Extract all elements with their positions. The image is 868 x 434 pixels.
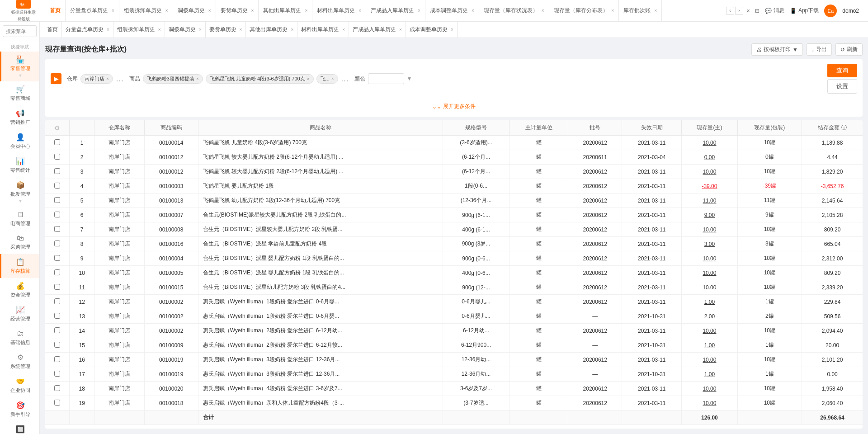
tab-qita[interactable]: 其他出库单历史 × <box>259 0 312 22</box>
product-tag1-delete-icon[interactable]: × <box>196 76 199 81</box>
close-icon[interactable]: × <box>112 8 114 13</box>
warehouse-tag-nananjimen[interactable]: 南岸门店 × <box>80 74 113 84</box>
sidebar-item-yingxiao[interactable]: 📢 营销推广 <box>0 105 39 129</box>
sidebar-item-xinshouyindao[interactable]: 🎯 新手引导 <box>0 397 39 421</box>
row-check[interactable] <box>45 222 70 237</box>
sidebar-item-zijinguan[interactable]: 💰 资金管理 <box>0 278 39 302</box>
row-checkbox[interactable] <box>54 212 60 217</box>
tab-prev-arrow[interactable]: ‹ <box>726 7 734 15</box>
color-filter-input[interactable] <box>368 73 404 84</box>
second-tab-qitachu[interactable]: 其他出库单历史 × <box>246 22 297 38</box>
settings-icon[interactable]: ⚙ <box>54 124 60 132</box>
query-button[interactable]: 查询 <box>827 64 857 77</box>
expand-more-button[interactable]: ⌄⌄ 展开更多条件 <box>427 101 481 112</box>
row-check[interactable] <box>45 237 70 251</box>
row-checkbox[interactable] <box>54 284 60 290</box>
tab-kucunpici[interactable]: 库存批次账 × <box>619 0 662 22</box>
row-checkbox[interactable] <box>54 241 60 246</box>
sidebar-item-qiyexietong[interactable]: 🤝 企业协同 <box>0 373 39 397</box>
row-check[interactable] <box>45 251 70 266</box>
row-check[interactable] <box>45 295 70 309</box>
row-check[interactable] <box>45 179 70 193</box>
close-icon[interactable]: × <box>107 27 109 32</box>
tab-zuzhangchaijian[interactable]: 组装拆卸单历史 × <box>119 0 173 22</box>
close-icon[interactable]: × <box>542 8 544 13</box>
app-download-button[interactable]: 📱 App下载 <box>790 7 819 14</box>
tab-next-arrow[interactable]: › <box>735 7 743 15</box>
row-check[interactable] <box>45 208 70 222</box>
tab-xiancunliang-fenbu[interactable]: 现存量（库存分布表）× <box>549 0 619 22</box>
sidebar-item-yingyongzhongxin[interactable]: 🔲 应用中心 <box>0 421 39 434</box>
sidebar-item-jingyingguan[interactable]: 📈 经营管理 <box>0 302 39 326</box>
second-tab-fenliang[interactable]: 分量盘点单历史 × <box>62 22 113 38</box>
tab-diaobo[interactable]: 调拨单历史 × <box>173 0 216 22</box>
row-check[interactable] <box>45 367 70 382</box>
row-checkbox[interactable] <box>54 183 60 189</box>
sidebar-item-lingshoushanchen[interactable]: 🛒 零售商城 <box>0 81 39 105</box>
row-check[interactable] <box>45 150 70 165</box>
close-icon[interactable]: × <box>451 27 453 32</box>
row-check[interactable] <box>45 165 70 179</box>
second-tab-cailiao[interactable]: 材料出库单历史 × <box>297 22 349 38</box>
row-checkbox[interactable] <box>54 298 60 304</box>
row-checkbox[interactable] <box>54 327 60 333</box>
row-checkbox[interactable] <box>54 226 60 232</box>
refresh-button[interactable]: ↺ 刷新 <box>835 43 863 56</box>
product-tag-2[interactable]: 飞鹤星飞帆 儿童奶粉 4段(3-6岁适用) 700克 × <box>206 74 314 84</box>
second-tab-yaohuo[interactable]: 要货单历史 × <box>206 22 246 38</box>
product-tag3-delete-icon[interactable]: × <box>331 76 334 81</box>
row-checkbox[interactable] <box>54 255 60 261</box>
username[interactable]: demo2 <box>842 8 859 14</box>
warehouse-tag-delete-icon[interactable]: × <box>106 76 109 81</box>
row-check[interactable] <box>45 136 70 150</box>
second-tab-diaopo[interactable]: 调拨单历史 × <box>165 22 206 38</box>
export-button[interactable]: ↓ 导出 <box>807 43 832 56</box>
row-checkbox[interactable] <box>54 154 60 160</box>
sidebar-item-jichuxx[interactable]: 🗂 基础信息 <box>0 326 39 349</box>
sidebar-item-caigouguan[interactable]: 🛍 采购管理 <box>0 231 39 254</box>
sidebar-item-kucunhesuan[interactable]: 📋 库存核算 <box>0 254 39 278</box>
row-check[interactable] <box>45 280 70 295</box>
row-checkbox[interactable] <box>54 269 60 275</box>
close-icon[interactable]: × <box>359 8 361 13</box>
tab-chanchenpin[interactable]: 产成品入库单历史 × <box>366 0 425 22</box>
close-icon[interactable]: × <box>305 8 307 13</box>
color-dropdown-icon[interactable]: ▼ <box>407 75 412 82</box>
close-icon[interactable]: × <box>342 27 345 32</box>
row-check[interactable] <box>45 193 70 208</box>
row-checkbox[interactable] <box>54 356 60 362</box>
product-tag-1[interactable]: 飞鹤奶粉3段四罐提装 × <box>143 74 203 84</box>
tab-cailiao[interactable]: 材料出库单历史 × <box>312 0 366 22</box>
row-checkbox[interactable] <box>54 371 60 377</box>
sidebar-item-huiyuan[interactable]: 👤 会员中心 <box>0 129 39 153</box>
row-checkbox[interactable] <box>54 342 60 348</box>
close-icon[interactable]: × <box>654 8 657 13</box>
second-tab-zuzhuang[interactable]: 组装拆卸单历史 × <box>113 22 165 38</box>
close-icon[interactable]: × <box>158 27 161 32</box>
row-checkbox[interactable] <box>54 197 60 203</box>
product-tag-3[interactable]: 飞... × <box>316 74 338 84</box>
search-input[interactable] <box>3 25 37 37</box>
setting-button[interactable]: 设置 <box>827 79 857 94</box>
close-icon[interactable]: × <box>208 8 211 13</box>
row-check[interactable] <box>45 353 70 367</box>
sidebar-item-xitongguanli[interactable]: ⚙ 系统管理 <box>0 349 39 373</box>
product-more-icon[interactable]: … <box>341 74 349 84</box>
sidebar-item-pifaguanli[interactable]: 📦 批发管理 ▼ <box>0 177 39 207</box>
sidebar-item-lingshouwguanli[interactable]: 🏪 零售管理 ▼ <box>0 52 39 81</box>
row-check[interactable] <box>45 396 70 410</box>
tab-xiancunliang-kucun[interactable]: 现存量（库存状况表）× <box>479 0 549 22</box>
close-icon[interactable]: × <box>291 27 293 32</box>
tab-yaohuo[interactable]: 要货单历史 × <box>216 0 259 22</box>
row-checkbox[interactable] <box>54 168 60 174</box>
close-icon[interactable]: × <box>199 27 202 32</box>
tab-close-all[interactable]: × <box>744 7 752 15</box>
row-checkbox[interactable] <box>54 385 60 391</box>
row-checkbox[interactable] <box>54 139 60 145</box>
row-check[interactable] <box>45 382 70 396</box>
filter-expand-button[interactable]: ▶ <box>51 73 61 84</box>
print-button[interactable]: 🖨 按模板打印 ▼ <box>751 43 803 56</box>
sidebar-item-lingshoutongji[interactable]: 📊 零售统计 <box>0 153 39 177</box>
close-icon[interactable]: × <box>251 8 254 13</box>
tab-fenliangpandian[interactable]: 分量盘点单历史 × <box>66 0 119 22</box>
